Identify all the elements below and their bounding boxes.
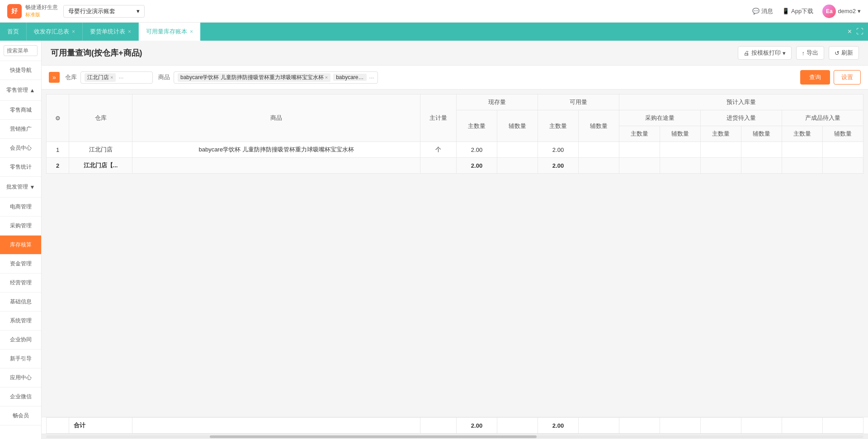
th-purchase-main: 主数量	[619, 126, 660, 142]
user-chevron-icon: ▾	[858, 8, 861, 14]
tab-bar-end: × ⛶	[848, 23, 868, 41]
tab-order-stats[interactable]: 要货单统计表 ×	[83, 23, 139, 41]
sidebar-item-app-center[interactable]: 应用中心	[0, 368, 41, 387]
row1-unit: 个	[420, 142, 457, 158]
table-footer-area: 合计 2.00 2.00	[42, 417, 868, 434]
company-dropdown[interactable]: 母婴行业演示账套 ▾	[63, 5, 145, 18]
tab-close-all-btn[interactable]: ×	[848, 28, 852, 36]
row1-incoming-aux	[741, 142, 782, 158]
top-bar-right: 💬 消息 📱 App下载 Ea demo2 ▾	[752, 5, 861, 18]
sidebar-item-retail-mgmt[interactable]: 零售管理 ▲	[0, 80, 41, 101]
sidebar-item-ecommerce[interactable]: 电商管理	[0, 198, 41, 217]
row1-stock-main: 2.00	[457, 142, 497, 158]
footer-purchase-main	[619, 418, 660, 434]
refresh-label: 刷新	[841, 49, 853, 57]
tab-home[interactable]: 首页	[0, 23, 27, 41]
row2-warehouse: 江北门店【...	[69, 158, 132, 174]
tab-receipt-summary-close[interactable]: ×	[72, 28, 75, 35]
row2-incoming-aux	[741, 158, 782, 174]
sidebar-item-finance-label: 资金管理	[10, 260, 32, 268]
tab-available-stock[interactable]: 可用量库存账本 ×	[139, 23, 200, 41]
avatar: Ea	[822, 5, 836, 18]
sidebar-item-inventory[interactable]: 库存核算	[0, 236, 41, 255]
filter-expand-btn[interactable]: »	[49, 72, 60, 83]
footer-incoming-main	[701, 418, 741, 434]
th-production-main: 主数量	[782, 126, 823, 142]
row2-stock-aux	[497, 158, 538, 174]
page-header: 可用量查询(按仓库+商品) 🖨 按模板打印 ▾ ↑ 导出 ↺ 刷新	[42, 41, 868, 66]
tab-fullscreen-btn[interactable]: ⛶	[856, 28, 863, 36]
th-production-aux: 辅数量	[823, 126, 863, 142]
user-profile[interactable]: Ea demo2 ▾	[822, 5, 861, 18]
print-btn[interactable]: 🖨 按模板打印 ▾	[738, 46, 792, 60]
sidebar-item-wechat[interactable]: 企业微信	[0, 387, 41, 406]
sidebar-item-guide[interactable]: 新手引导	[0, 349, 41, 368]
sidebar-item-vip-label: 畅会员	[13, 412, 29, 420]
sidebar-item-operation[interactable]: 经营管理	[0, 274, 41, 293]
th-current-stock: 现存量	[457, 94, 538, 110]
th-production-pending: 产成品待入量	[782, 110, 863, 126]
row2-incoming-main	[701, 158, 741, 174]
product-tag-1-value: babycare学饮杯 儿童防摔防撞吸管杯重力球吸嘴杯宝宝水杯	[180, 74, 324, 81]
row1-stock-aux	[497, 142, 538, 158]
settings-icon[interactable]: ⚙	[55, 115, 61, 122]
sidebar-item-enterprise-label: 企业协同	[10, 336, 32, 344]
sidebar-item-retail-stats[interactable]: 零售统计	[0, 158, 41, 177]
row1-production-aux	[823, 142, 863, 158]
setting-button[interactable]: 设置	[834, 70, 861, 85]
th-incoming-main: 主数量	[701, 126, 741, 142]
product-filter-dots[interactable]: ···	[369, 74, 374, 81]
footer-stock-main: 2.00	[457, 418, 497, 434]
tab-receipt-summary[interactable]: 收发存汇总表 ×	[27, 23, 83, 41]
warehouse-filter-dots[interactable]: ···	[118, 74, 123, 81]
th-row-num: ⚙	[47, 94, 69, 142]
retail-mgmt-arrow-icon: ▲	[30, 87, 35, 94]
th-main-unit: 主计量	[420, 94, 457, 142]
query-button[interactable]: 查询	[800, 70, 830, 85]
warehouse-tag-remove[interactable]: ×	[110, 75, 113, 80]
tab-receipt-summary-label: 收发存汇总表	[34, 28, 69, 36]
sidebar-item-basic-info[interactable]: 基础信息	[0, 293, 41, 312]
tab-available-stock-label: 可用量库存账本	[146, 28, 187, 36]
sidebar-item-wholesale-mgmt[interactable]: 批发管理 ▼	[0, 177, 41, 198]
app-download-btn[interactable]: 📱 App下载	[782, 7, 813, 15]
th-avail-aux: 辅数量	[579, 110, 619, 142]
tab-available-stock-close[interactable]: ×	[190, 28, 193, 35]
sidebar-item-wholesale-mgmt-label: 批发管理	[6, 183, 28, 191]
row2-avail-aux	[579, 158, 619, 174]
table-row: 2 江北门店【... 2.00 2.00	[47, 158, 863, 174]
logo-title: 畅捷通好生意	[25, 4, 58, 11]
sidebar-item-vip[interactable]: 畅会员	[0, 406, 41, 425]
message-btn[interactable]: 💬 消息	[752, 7, 773, 15]
sidebar-item-enterprise[interactable]: 企业协同	[0, 330, 41, 349]
table-row: 1 江北门店 babycare学饮杯 儿童防摔防撞吸管杯重力球吸嘴杯宝宝水杯 个…	[47, 142, 863, 158]
page-title: 可用量查询(按仓库+商品)	[51, 47, 142, 58]
horizontal-scrollbar[interactable]	[42, 434, 868, 439]
company-name: 母婴行业演示账套	[68, 7, 115, 15]
product-tag-1-remove[interactable]: ×	[325, 75, 328, 80]
warehouse-tag-value: 江北门店	[87, 74, 109, 81]
row2-production-aux	[823, 158, 863, 174]
row1-warehouse: 江北门店	[69, 142, 132, 158]
tab-order-stats-close[interactable]: ×	[128, 28, 131, 35]
sidebar-item-guide-label: 新手引导	[10, 355, 32, 363]
search-input[interactable]	[4, 45, 38, 56]
sidebar-item-member[interactable]: 会员中心	[0, 139, 41, 158]
sidebar-item-system[interactable]: 系统管理	[0, 312, 41, 330]
sidebar-item-purchase[interactable]: 采购管理	[0, 217, 41, 236]
warehouse-filter-input[interactable]: 江北门店 × ···	[80, 71, 153, 84]
print-label: 按模板打印	[751, 49, 781, 57]
row2-production-main	[782, 158, 823, 174]
scrollbar-thumb[interactable]	[210, 435, 537, 438]
refresh-btn[interactable]: ↺ 刷新	[829, 46, 859, 60]
product-filter-input[interactable]: babycare学饮杯 儿童防摔防撞吸管杯重力球吸嘴杯宝宝水杯 × babyca…	[174, 71, 378, 84]
sidebar-item-marketing[interactable]: 营销推广	[0, 120, 41, 139]
sidebar-item-marketing-label: 营销推广	[10, 125, 32, 133]
row1-incoming-main	[701, 142, 741, 158]
sidebar-item-purchase-label: 采购管理	[10, 222, 32, 230]
row1-avail-main: 2.00	[538, 142, 579, 158]
sidebar-item-quick-nav[interactable]: 快捷导航	[0, 61, 41, 80]
sidebar-item-retail-mall[interactable]: 零售商城	[0, 101, 41, 120]
export-btn[interactable]: ↑ 导出	[796, 46, 825, 60]
sidebar-item-finance[interactable]: 资金管理	[0, 255, 41, 274]
